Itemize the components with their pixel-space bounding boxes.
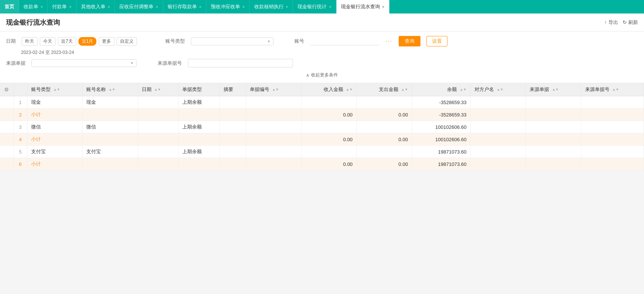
- row-doc-type: [179, 158, 219, 170]
- row-source-doc: [526, 96, 581, 109]
- row-num-cell: 4: [14, 133, 27, 146]
- row-date: [138, 96, 179, 109]
- row-counterpart: [470, 146, 526, 158]
- row-doc-no: [246, 109, 302, 121]
- query-button[interactable]: 查询: [399, 36, 420, 46]
- nav-item-prepay-offset[interactable]: 预收冲应收单 ×: [206, 0, 249, 13]
- refresh-button[interactable]: ↻ 刷新: [623, 19, 638, 26]
- dots-button[interactable]: ···: [385, 38, 392, 45]
- row-gear-cell: [0, 158, 14, 170]
- th-income[interactable]: 收入金额 ▲▼: [301, 83, 357, 96]
- close-icon[interactable]: ×: [382, 4, 384, 9]
- close-icon[interactable]: ×: [69, 4, 71, 9]
- date-btn-1month[interactable]: 近1月: [78, 37, 97, 46]
- close-icon[interactable]: ×: [242, 4, 245, 9]
- nav-item-cash-bank-stat[interactable]: 现金银行统计 ×: [293, 0, 336, 13]
- th-balance[interactable]: 余额 ▲▼: [412, 83, 470, 96]
- row-account-type: 微信: [27, 121, 83, 133]
- row-account-type: 小计: [27, 158, 83, 170]
- close-icon[interactable]: ×: [286, 4, 288, 9]
- row-source-doc: [526, 133, 581, 146]
- account-label: 账号: [294, 38, 304, 45]
- th-num: [14, 83, 27, 96]
- sort-icon: ▲▼: [272, 88, 279, 91]
- date-btn-custom[interactable]: 自定义: [117, 37, 137, 46]
- nav-item-other-income[interactable]: 其他收入单 ×: [77, 0, 115, 13]
- row-source-doc-no: [581, 133, 644, 146]
- row-counterpart: [470, 96, 526, 109]
- settings-button[interactable]: 设置: [426, 36, 447, 46]
- row-gear-cell: [0, 146, 14, 158]
- th-account-name[interactable]: 账号名称 ▲▼: [83, 83, 138, 96]
- nav-item-payments[interactable]: 付款单 ×: [48, 0, 76, 13]
- nav-item-receipts[interactable]: 收款单 ×: [19, 0, 48, 13]
- sort-icon: ▲▼: [109, 88, 116, 91]
- row-account-type: 现金: [27, 96, 83, 109]
- th-account-type[interactable]: 账号类型 ▲▼: [27, 83, 83, 96]
- gear-icon: ⚙: [4, 87, 9, 93]
- source-doc-no-input[interactable]: [188, 59, 293, 67]
- th-date[interactable]: 日期 ▲▼: [138, 83, 179, 96]
- th-counterpart[interactable]: 对方户名 ▲▼: [470, 83, 526, 96]
- row-summary: [219, 146, 246, 158]
- row-summary: [219, 109, 246, 121]
- table-row: 2 小计 0.00 0.00 -3528659.33: [0, 109, 644, 121]
- row-gear-cell: [0, 109, 14, 121]
- row-account-name: [83, 133, 138, 146]
- export-button[interactable]: ↑ 导出: [605, 19, 618, 26]
- source-doc-label: 来源单据: [6, 60, 26, 67]
- account-type-select[interactable]: ▾: [191, 37, 273, 45]
- date-btn-more[interactable]: 更多: [99, 37, 114, 46]
- account-input[interactable]: [310, 37, 379, 45]
- filter-row-2: 来源单据 ▾ 来源单据号: [6, 59, 638, 67]
- row-gear-cell: [0, 121, 14, 133]
- row-summary: [219, 121, 246, 133]
- filter-area: 日期 昨天 今天 近7天 近1月 更多 自定义 账号类型 ▾ 账号 ··· 查询…: [0, 31, 644, 83]
- th-source-doc-no[interactable]: 来源单据号 ▲▼: [581, 83, 644, 96]
- row-date: [138, 109, 179, 121]
- th-gear[interactable]: ⚙: [0, 83, 14, 96]
- nav-item-bank-deposit[interactable]: 银行存取款单 ×: [163, 0, 206, 13]
- row-doc-type: [179, 109, 219, 121]
- nav-item-cash-bank-flow[interactable]: 现金银行流水查询 ×: [336, 0, 389, 13]
- table-body: 1 现金 现金 上期余额 -3528659.33 2 小计 0.00 0.00 …: [0, 96, 644, 170]
- date-label: 日期: [6, 38, 16, 45]
- th-expense[interactable]: 支出金额 ▲▼: [357, 83, 412, 96]
- top-nav: 首页 收款单 × 付款单 × 其他收入单 × 应收应付调整单 × 银行存取款单 …: [0, 0, 644, 13]
- row-source-doc: [526, 121, 581, 133]
- row-counterpart: [470, 133, 526, 146]
- row-doc-no: [246, 158, 302, 170]
- sort-icon: ▲▼: [497, 88, 503, 91]
- row-income: [301, 146, 357, 158]
- date-btn-7days[interactable]: 近7天: [58, 37, 76, 46]
- th-source-doc[interactable]: 来源单据 ▲▼: [526, 83, 581, 96]
- nav-item-collection-exec[interactable]: 收款核销执行 ×: [250, 0, 293, 13]
- close-icon[interactable]: ×: [199, 4, 201, 9]
- row-counterpart: [470, 121, 526, 133]
- date-btn-today[interactable]: 今天: [40, 37, 56, 46]
- nav-item-ar-adjust[interactable]: 应收应付调整单 ×: [115, 0, 163, 13]
- th-doc-type: 单据类型: [179, 83, 219, 96]
- row-expense: [357, 96, 412, 109]
- close-icon[interactable]: ×: [41, 4, 43, 9]
- sort-icon: ▲▼: [460, 88, 467, 91]
- row-income: 0.00: [301, 133, 357, 146]
- row-account-name: 现金: [83, 96, 138, 109]
- th-doc-no[interactable]: 单据编号 ▲▼: [246, 83, 302, 96]
- row-balance: 19871073.60: [412, 146, 470, 158]
- account-type-label: 账号类型: [165, 38, 185, 45]
- date-btn-yesterday[interactable]: 昨天: [22, 37, 38, 46]
- close-icon[interactable]: ×: [156, 4, 158, 9]
- chevron-down-icon: ▾: [268, 39, 270, 44]
- date-options: 昨天 今天 近7天 近1月 更多 自定义: [22, 37, 137, 46]
- row-date: [138, 121, 179, 133]
- collapse-bar[interactable]: ∧ 收起更多条件: [6, 70, 638, 78]
- source-doc-select[interactable]: ▾: [32, 59, 137, 67]
- refresh-icon: ↻: [623, 19, 627, 25]
- sort-icon: ▲▼: [401, 88, 408, 91]
- nav-item-home[interactable]: 首页: [0, 0, 19, 13]
- filter-row-1: 日期 昨天 今天 近7天 近1月 更多 自定义 账号类型 ▾ 账号 ··· 查询…: [6, 36, 638, 46]
- page-title: 现金银行流水查询: [6, 18, 60, 27]
- close-icon[interactable]: ×: [329, 4, 331, 9]
- close-icon[interactable]: ×: [108, 4, 110, 9]
